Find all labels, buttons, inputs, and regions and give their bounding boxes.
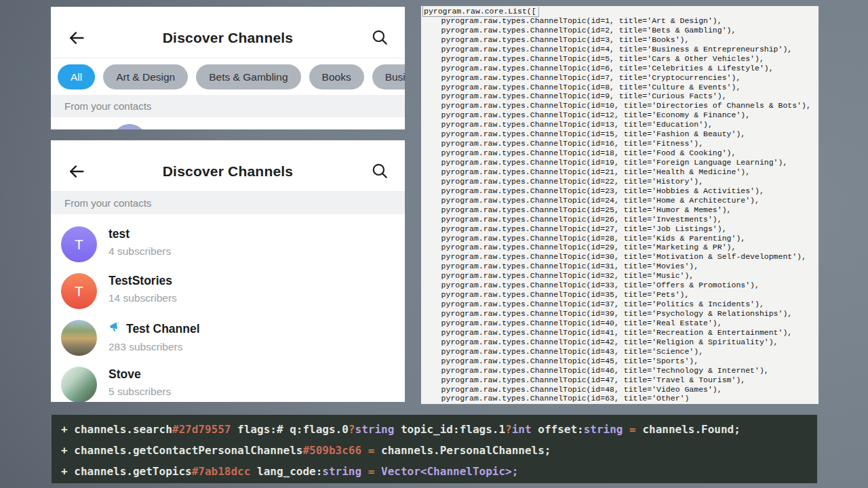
channel-name: TestStories: [108, 274, 177, 288]
channel-name: Stove: [108, 367, 171, 382]
search-icon[interactable]: [371, 28, 389, 46]
channel-text: Stove5 subscribers: [108, 367, 171, 398]
avatar: [61, 320, 97, 356]
console-line: pyrogram.raw.types.ChannelTopic(id=33, t…: [422, 281, 818, 290]
console-line: pyrogram.raw.types.ChannelTopic(id=35, t…: [422, 290, 818, 300]
console-line: pyrogram.raw.types.ChannelTopic(id=2, ti…: [422, 26, 818, 35]
console-line: pyrogram.raw.types.ChannelTopic(id=6, ti…: [422, 64, 818, 73]
console-line: pyrogram.raw.types.ChannelTopic(id=19, t…: [422, 158, 818, 167]
console-line: pyrogram.raw.types.ChannelTopic(id=12, t…: [422, 110, 818, 120]
channel-text: test4 subscribers: [108, 227, 171, 258]
chip-bets-gambling[interactable]: Bets & Gambling: [196, 64, 300, 89]
console-line: pyrogram.raw.types.ChannelTopic(id=37, t…: [422, 300, 818, 309]
subscriber-count: 4 subscribers: [108, 245, 171, 258]
search-icon[interactable]: [371, 162, 389, 180]
console-line: pyrogram.raw.types.ChannelTopic(id=26, t…: [422, 215, 818, 224]
channel-row-teststories[interactable]: TTestStories14 subscribers: [51, 268, 405, 314]
console-line: pyrogram.raw.types.ChannelTopic(id=42, t…: [422, 338, 818, 347]
section-header: From your contacts: [51, 95, 405, 117]
channel-name: Test Channel: [108, 321, 200, 337]
console-line: pyrogram.raw.types.ChannelTopic(id=47, t…: [422, 375, 818, 385]
console-line: pyrogram.raw.types.ChannelTopic(id=9, ti…: [422, 92, 818, 101]
category-chips: AllArt & DesignBets & GamblingBooksBusin…: [51, 58, 405, 95]
console-line: pyrogram.raw.types.ChannelTopic(id=16, t…: [422, 139, 818, 148]
console-line: pyrogram.raw.types.ChannelTopic(id=1, ti…: [422, 16, 818, 26]
tl-schema-panel: + channels.search#27d79557 flags:# q:fla…: [52, 415, 817, 483]
console-line: pyrogram.raw.types.ChannelTopic(id=25, t…: [422, 205, 818, 215]
console-line: pyrogram.raw.types.ChannelTopic(id=3, ti…: [422, 35, 818, 45]
chip-art-design[interactable]: Art & Design: [103, 64, 188, 89]
avatar: [112, 124, 147, 129]
console-line: pyrogram.raw.types.ChannelTopic(id=29, t…: [422, 243, 818, 252]
console-line: pyrogram.raw.types.ChannelTopic(id=48, t…: [422, 385, 818, 394]
schema-line: + channels.getTopics#7ab18dcc lang_code:…: [61, 461, 817, 482]
console-line: pyrogram.raw.types.ChannelTopic(id=28, t…: [422, 234, 818, 243]
console-line: pyrogram.raw.types.ChannelTopic(id=45, t…: [422, 357, 818, 366]
console-line: pyrogram.raw.types.ChannelTopic(id=8, ti…: [422, 83, 818, 92]
console-line: pyrogram.raw.types.ChannelTopic(id=13, t…: [422, 120, 818, 129]
schema-line: + channels.getContactPersonalChannels#50…: [61, 440, 817, 461]
app-header: Discover Channels: [51, 140, 405, 192]
channel-row-test[interactable]: Ttest4 subscribers: [51, 221, 405, 268]
console-line: pyrogram.raw.types.ChannelTopic(id=40, t…: [422, 319, 818, 328]
subscriber-count: 283 subscribers: [108, 341, 200, 353]
schema-line: + channels.search#27d79557 flags:# q:fla…: [61, 419, 817, 440]
console-line: pyrogram.raw.types.ChannelTopic(id=32, t…: [422, 271, 818, 281]
console-line: pyrogram.raw.types.ChannelTopic(id=27, t…: [422, 224, 818, 234]
discover-channels-panel-top: Discover Channels AllArt & DesignBets & …: [51, 7, 405, 129]
console-line: pyrogram.raw.types.ChannelTopic(id=63, t…: [422, 394, 818, 403]
console-line: pyrogram.raw.types.ChannelTopic(id=4, ti…: [422, 45, 818, 54]
console-line: pyrogram.raw.types.ChannelTopic(id=39, t…: [422, 309, 818, 319]
channel-row-stove[interactable]: Stove5 subscribers: [51, 361, 405, 402]
channel-text: Test Channel283 subscribers: [108, 321, 200, 353]
console-line: pyrogram.raw.types.ChannelTopic(id=46, t…: [422, 366, 818, 375]
chip-business-entrepreneurship[interactable]: Business & Entrepreneurship: [372, 64, 405, 89]
channel-row-test-channel[interactable]: Test Channel283 subscribers: [51, 314, 405, 361]
console-line: pyrogram.raw.types.ChannelTopic(id=5, ti…: [422, 54, 818, 64]
megaphone-icon: [108, 321, 121, 337]
page-title: Discover Channels: [51, 30, 405, 46]
console-line: pyrogram.raw.types.ChannelTopic(id=7, ti…: [422, 73, 818, 83]
subscriber-count: 14 subscribers: [108, 292, 177, 304]
console-line: pyrogram.raw.types.ChannelTopic(id=23, t…: [422, 186, 818, 196]
console-line: pyrogram.raw.types.ChannelTopic(id=24, t…: [422, 196, 818, 205]
avatar: [61, 367, 97, 402]
avatar: T: [61, 273, 97, 309]
console-line: pyrogram.raw.types.ChannelTopic(id=30, t…: [422, 252, 818, 262]
pyrogram-console-output: pyrogram.raw.core.List([ pyrogram.raw.ty…: [420, 5, 819, 405]
console-line: pyrogram.raw.types.ChannelTopic(id=22, t…: [422, 177, 818, 186]
section-header: From your contacts: [51, 192, 405, 214]
console-line: pyrogram.raw.types.ChannelTopic(id=15, t…: [422, 129, 818, 139]
console-line: pyrogram.raw.types.ChannelTopic(id=18, t…: [422, 148, 818, 158]
page-title: Discover Channels: [51, 163, 405, 180]
avatar: T: [61, 226, 97, 262]
chip-all[interactable]: All: [58, 64, 95, 89]
console-line: pyrogram.raw.types.ChannelTopic(id=41, t…: [422, 328, 818, 338]
channel-list: Ttest4 subscribersTTestStories14 subscri…: [51, 214, 405, 402]
channel-text: TestStories14 subscribers: [108, 274, 177, 304]
discover-channels-panel-bottom: Discover Channels From your contacts Tte…: [51, 140, 405, 402]
console-line: pyrogram.raw.types.ChannelTopic(id=43, t…: [422, 347, 818, 357]
console-line: pyrogram.raw.types.ChannelTopic(id=31, t…: [422, 262, 818, 271]
app-header: Discover Channels: [51, 7, 405, 58]
chip-books[interactable]: Books: [309, 64, 364, 89]
channel-name: test: [108, 227, 171, 241]
subscriber-count: 5 subscribers: [108, 386, 171, 398]
console-line: pyrogram.raw.types.ChannelTopic(id=21, t…: [422, 167, 818, 177]
console-line: pyrogram.raw.types.ChannelTopic(id=10, t…: [422, 101, 818, 110]
